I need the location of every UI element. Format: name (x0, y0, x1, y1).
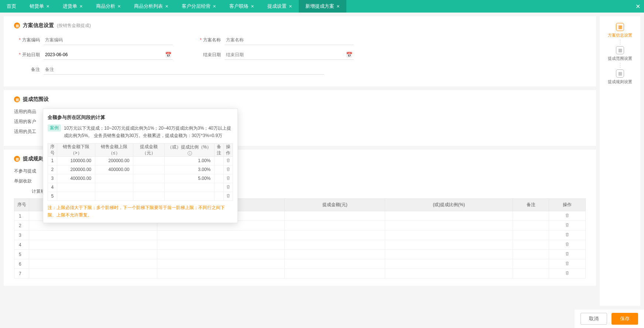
table-row: 5 (48, 192, 233, 201)
col-header: （或）提成比例（%） i (164, 143, 215, 156)
label-exclude: 不参与提成 (14, 168, 46, 174)
card-scheme-info: ▦ 方案信息设置 (按销售金额提成) 方案编码 方案名称 开始日期 (4, 16, 596, 86)
section-icon: ▦ (14, 96, 20, 102)
tab-close-icon[interactable]: ✕ (251, 4, 254, 9)
label-customer: 适用的客户 (14, 119, 46, 125)
table-row[interactable]: 7 (14, 269, 586, 279)
label-scheme-code: 方案编码 (14, 37, 44, 43)
anchor-icon: ▦ (616, 69, 624, 78)
tab-close-icon[interactable]: ✕ (117, 4, 121, 9)
label-goods: 适用的商品 (14, 109, 46, 115)
label-start-date: 开始日期 (14, 52, 44, 58)
col-header: 销售金额下限（>） (57, 143, 95, 156)
tab-close-icon[interactable]: ✕ (213, 4, 216, 9)
tab-商品分析[interactable]: 商品分析✕ (89, 0, 127, 13)
tab-close-icon[interactable]: ✕ (46, 4, 49, 9)
tab-商品分析列表[interactable]: 商品分析列表✕ (127, 0, 175, 13)
label-staff: 适用的员工 (14, 129, 46, 135)
main-column: ▦ 方案信息设置 (按销售金额提成) 方案编码 方案名称 开始日期 (4, 16, 596, 306)
col-header: (或)提成比例(%) (385, 199, 513, 211)
col-header: 序号 (14, 199, 29, 211)
right-anchor-nav: ▦方案信息设置▦提成范围设置▦提成规则设置 (600, 16, 640, 306)
input-remark[interactable] (44, 64, 324, 75)
col-header: 操作 (549, 199, 586, 211)
input-scheme-name[interactable] (225, 35, 354, 45)
col-header: 提成金额（元） (133, 143, 164, 156)
delete-icon[interactable] (226, 167, 231, 172)
example-tag: 案例 (48, 124, 61, 131)
delete-icon[interactable] (226, 175, 231, 181)
col-header: 备注 (215, 143, 224, 156)
table-row: 4 (48, 183, 233, 192)
input-scheme-code[interactable] (44, 35, 173, 45)
delete-icon[interactable] (226, 184, 231, 189)
tab-close-icon[interactable]: ✕ (165, 4, 168, 9)
input-start-date[interactable] (44, 49, 173, 60)
tab-进货单[interactable]: 进货单✕ (56, 0, 89, 13)
example-popover: 全额参与所在区间段的计算 案例 10万元以下无提成；10~20万元提成比例为1%… (43, 109, 238, 223)
delete-icon[interactable] (226, 193, 231, 198)
section-title: 提成范围设 (23, 96, 49, 103)
col-header: 备注 (513, 199, 549, 211)
delete-icon[interactable] (565, 222, 570, 228)
anchor-提成范围设置[interactable]: ▦提成范围设置 (608, 46, 632, 61)
tab-销货单[interactable]: 销货单✕ (23, 0, 56, 13)
label-end-date: 结束日期 (195, 52, 225, 58)
table-row: 3400000.005.00% (48, 174, 233, 183)
section-title: 方案信息设置 (23, 22, 54, 29)
delete-icon[interactable] (226, 158, 231, 163)
table-row[interactable]: 4 (14, 240, 586, 250)
table-row[interactable]: 3 (14, 230, 586, 240)
table-row: 1100000.00200000.001.00% (48, 156, 233, 165)
section-icon: ▦ (14, 23, 20, 28)
info-icon[interactable]: i (188, 151, 192, 156)
tab-首页[interactable]: 首页 (0, 0, 23, 13)
label-scheme-name: 方案名称 (195, 37, 225, 43)
tab-新增提成方案[interactable]: 新增提成方案✕ (299, 0, 346, 13)
section-subtitle: (按销售金额提成) (57, 23, 91, 29)
table-row[interactable]: 6 (14, 259, 586, 269)
table-row: 2200000.00400000.003.00% (48, 165, 233, 174)
col-header: 提成金额(元) (285, 199, 385, 211)
tab-close-icon[interactable]: ✕ (79, 4, 83, 9)
label-amount: 单据收款 (14, 178, 46, 184)
delete-icon[interactable] (565, 242, 570, 247)
delete-icon[interactable] (565, 213, 570, 218)
input-end-date[interactable] (225, 49, 354, 60)
delete-icon[interactable] (565, 251, 570, 256)
col-header: 序号 (48, 143, 57, 156)
anchor-提成规则设置[interactable]: ▦提成规则设置 (608, 69, 632, 85)
popover-note: 注：上限必须大于下限；多个阶梯时，下一个阶梯下限要等于前一阶梯上限；不同行之间下… (48, 204, 233, 219)
delete-icon[interactable] (565, 261, 570, 266)
example-text: 10万元以下无提成；10~20万元提成比例为1%；20~40万提成比例为3%；4… (64, 124, 233, 140)
close-all-tabs-button[interactable]: ✕ (631, 0, 644, 13)
col-header: 操作 (224, 143, 233, 156)
popover-title: 全额参与所在区间段的计算 (48, 114, 233, 121)
delete-icon[interactable] (565, 232, 570, 237)
table-row[interactable]: 5 (14, 250, 586, 259)
anchor-icon: ▦ (616, 23, 624, 31)
tab-close-icon[interactable]: ✕ (336, 4, 340, 9)
tab-客户分层经营[interactable]: 客户分层经营✕ (175, 0, 223, 13)
label-remark: 备注 (14, 66, 44, 73)
tab-close-icon[interactable]: ✕ (289, 4, 292, 9)
section-icon: ▦ (14, 156, 20, 162)
top-tab-bar: 首页销货单✕进货单✕商品分析✕商品分析列表✕客户分层经营✕客户联络✕提成设置✕新… (0, 0, 644, 13)
delete-icon[interactable] (565, 270, 570, 276)
tab-提成设置[interactable]: 提成设置✕ (261, 0, 299, 13)
tab-客户联络[interactable]: 客户联络✕ (223, 0, 261, 13)
anchor-icon: ▦ (616, 46, 624, 54)
col-header: 销售金额上限（≤） (95, 143, 133, 156)
example-table: 序号销售金额下限（>）销售金额上限（≤）提成金额（元）（或）提成比例（%） i备… (48, 143, 233, 201)
anchor-方案信息设置[interactable]: ▦方案信息设置 (608, 23, 632, 38)
